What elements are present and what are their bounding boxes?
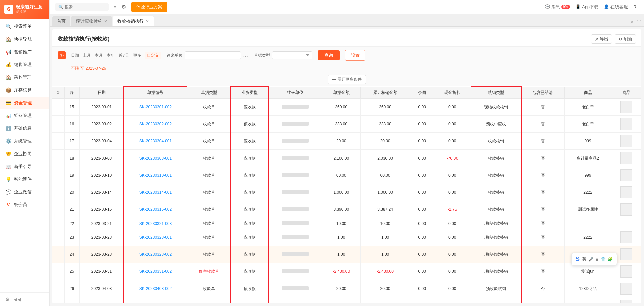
partner-filter-dots[interactable]: ...	[243, 53, 249, 58]
doc-no-link[interactable]: SK-20230328-001	[139, 235, 172, 240]
sidebar-item-purchase[interactable]: 🏠 采购管理	[0, 71, 49, 84]
service-icon: 👤	[604, 4, 609, 9]
topbar-search-box[interactable]: 🔍	[55, 3, 109, 11]
message-button[interactable]: 💬 消息 99+	[545, 4, 570, 10]
topbar-search-input[interactable]	[65, 5, 105, 9]
date-custom-button[interactable]: 自定义	[145, 52, 161, 59]
online-service-button[interactable]: 👤 在线客服	[604, 4, 628, 10]
table-row: 242023-03-28SK-20230328-002收款单应收款1.001.0…	[52, 246, 641, 263]
doc-no-link[interactable]: SK-20230310-001	[139, 173, 172, 178]
refresh-button[interactable]: ↻ 刷新	[615, 34, 636, 44]
date-opt-last-month[interactable]: 上月	[81, 52, 92, 59]
finance-icon: 💳	[5, 100, 11, 106]
table-cell: SK-20230328-002	[124, 246, 187, 263]
table-cell: 应收款	[231, 297, 268, 304]
table-cell: 10.00	[322, 218, 361, 229]
tab-pre-invoice[interactable]: 预计应收付单 ✕	[71, 16, 112, 26]
sidebar-item-inventory[interactable]: 📦 库存核算	[0, 84, 49, 97]
pre-invoice-tab-close-icon[interactable]: ✕	[104, 19, 107, 24]
col-cash-discount: 现金折扣	[434, 87, 471, 99]
topbar: 🔍 ▾ ⚙ 体验行业方案 💬 消息 99+ 📱 App下载 👤 在线客服 Rit	[50, 0, 644, 14]
table-cell: 0.00	[410, 184, 434, 201]
sidebar-item-sales[interactable]: 💰 销售管理	[0, 58, 49, 71]
sidebar-item-enterprise[interactable]: 🤝 企业协同	[0, 147, 49, 160]
sidebar-item-hardware[interactable]: 💡 智能硬件	[0, 173, 49, 186]
date-filter-group: 日期 上月 本月 本年 近7天 更多 自定义	[71, 52, 161, 59]
doc-no-link[interactable]: SK-20230331-002	[139, 269, 172, 274]
sidebar-item-base[interactable]: ℹ️ 基础信息	[0, 122, 49, 135]
doc-no-link[interactable]: SK-20230304-001	[139, 139, 172, 143]
close-tab-icon[interactable]: ✕	[630, 20, 634, 25]
table-cell: 2023-04-08	[79, 297, 124, 304]
partner-filter-input[interactable]	[185, 51, 241, 59]
table-cell: 2023-03-01	[79, 99, 124, 116]
table-cell: 1.00	[361, 229, 410, 246]
table-cell: 现结收款核销	[471, 246, 521, 263]
tab-home[interactable]: 首页	[52, 16, 70, 26]
sidebar-item-member[interactable]: V 畅会员	[0, 198, 49, 211]
table-row: 202023-03-14SK-20230314-001收款单应收款1,000.0…	[52, 184, 641, 201]
collapse-sidebar-icon[interactable]: ◀◀	[14, 297, 21, 302]
table-cell: 21	[64, 201, 79, 218]
date-opt-this-year[interactable]: 本年	[105, 52, 116, 59]
solution-button[interactable]: 体验行业方案	[131, 2, 167, 12]
doc-no-link[interactable]: SK-20230301-002	[139, 105, 172, 109]
maximize-icon[interactable]: ⛶	[637, 20, 641, 25]
sidebar-item-guide[interactable]: 📖 新手引导	[0, 160, 49, 173]
date-range-text: 不限 至 2023-07-26	[71, 66, 106, 71]
table-cell	[268, 116, 322, 133]
sidebar-item-marketing[interactable]: 📢 营销推广	[0, 46, 49, 58]
topbar-gear-icon[interactable]: ⚙	[121, 4, 126, 10]
filter-settings-button[interactable]: 设置	[345, 50, 365, 61]
doc-no-link[interactable]: SK-20230302-002	[139, 122, 172, 126]
tab-collection-write-off[interactable]: 收款核销执行 ✕	[113, 16, 154, 26]
table-cell: 1,000.00	[361, 184, 410, 201]
operation-icon: 📊	[5, 113, 11, 119]
date-opt-this-month[interactable]: 本月	[93, 52, 104, 59]
table-cell: 2,100.00	[322, 150, 361, 167]
doctype-filter-select[interactable]	[272, 51, 312, 59]
table-cell: 2023-03-02	[79, 116, 124, 133]
date-opt-7days[interactable]: 近7天	[117, 52, 130, 59]
topbar-chevron-icon[interactable]: ▾	[114, 5, 116, 9]
doc-no-link[interactable]: SK-20230315-002	[139, 207, 172, 212]
table-cell: 0.00	[410, 150, 434, 167]
user-info[interactable]: Rit	[633, 4, 639, 9]
expand-more-button[interactable]: ▾▾ 展开更多条件	[328, 75, 366, 84]
doctype-filter-group: 单据类型	[254, 51, 312, 59]
table-cell: 否	[521, 229, 565, 246]
sidebar-item-operation[interactable]: 📊 经营管理	[0, 109, 49, 122]
sidebar-item-finance[interactable]: 💳 资金管理	[0, 97, 49, 109]
table-cell: 否	[521, 167, 565, 184]
table-cell: SK-20230403-002	[124, 280, 187, 297]
data-table-container: ⚙ 序 日期 单据编号 单据类型 业务类型 往来单位 单据金额 累计核销金额 余…	[52, 86, 641, 303]
export-icon: ↗	[595, 37, 598, 42]
doc-no-link[interactable]: SK-20230308-001	[139, 156, 172, 161]
doc-no-link[interactable]: SK-20230314-001	[139, 190, 172, 195]
sidebar-item-search[interactable]: 🔍 搜索菜单	[0, 20, 49, 33]
query-button[interactable]: 查询	[318, 50, 340, 60]
sidebar-item-system[interactable]: ⚙️ 系统管理	[0, 135, 49, 147]
table-cell: 1.00	[361, 246, 410, 263]
collection-tab-close-icon[interactable]: ✕	[146, 19, 149, 24]
refresh-icon: ↻	[619, 37, 622, 42]
date-opt-more[interactable]: 更多	[132, 52, 143, 59]
sidebar-item-quick[interactable]: 🏠 快捷导航	[0, 33, 49, 46]
table-cell	[52, 150, 64, 167]
table-cell: 预收款	[231, 280, 268, 297]
filter-expand-button[interactable]: ≫	[58, 51, 66, 59]
doc-no-link[interactable]: SK-20230403-002	[139, 286, 172, 291]
export-button[interactable]: ↗ 导出	[591, 34, 612, 44]
table-cell: 2222	[565, 229, 611, 246]
table-cell: 0.00	[410, 116, 434, 133]
app-download-button[interactable]: 📱 App下载	[575, 4, 598, 10]
col-balance: 余额	[410, 87, 434, 99]
table-cell: 预收中应收	[471, 116, 521, 133]
table-row: 192023-03-10SK-20230310-001收款单应收款60.0060…	[52, 167, 641, 184]
doc-no-link[interactable]: SK-20230328-002	[139, 252, 172, 257]
doc-no-link[interactable]: SK-20230321-003	[139, 221, 172, 226]
table-cell: 20	[64, 184, 79, 201]
col-settings[interactable]: ⚙	[52, 87, 64, 99]
settings-bottom-icon[interactable]: ⚙	[5, 297, 10, 302]
sidebar-item-wechat[interactable]: 💬 企业微信	[0, 186, 49, 198]
